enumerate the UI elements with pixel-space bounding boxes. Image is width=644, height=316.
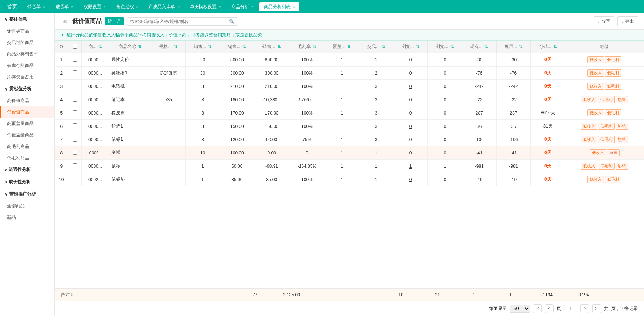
- first-page-btn[interactable]: |<: [533, 304, 542, 313]
- col-settings[interactable]: ⚙: [55, 41, 68, 53]
- cell-browse1[interactable]: 0: [393, 67, 428, 80]
- sidebar-item-new-products[interactable]: 新品: [0, 212, 54, 223]
- select-all-checkbox[interactable]: [73, 44, 77, 49]
- cell-browse1[interactable]: 0: [393, 133, 428, 146]
- search-input[interactable]: [130, 19, 229, 24]
- prev-page-btn[interactable]: <: [545, 304, 554, 313]
- nav-close-inbound[interactable]: ×: [177, 5, 180, 9]
- share-button[interactable]: ⤴ 分享: [594, 16, 614, 26]
- filter-tag-btn[interactable]: 近一月: [105, 17, 124, 25]
- sidebar-item-low-value[interactable]: 低价值商品: [0, 106, 54, 118]
- search-icon[interactable]: 🔍: [229, 19, 235, 24]
- nav-close-list[interactable]: ×: [293, 5, 295, 9]
- cell-checkbox[interactable]: [68, 120, 81, 133]
- nav-close-purchase[interactable]: ×: [71, 5, 73, 9]
- col-code[interactable]: 商... ⇅: [81, 41, 109, 53]
- col-browse2[interactable]: 浏览... ⇅: [428, 41, 462, 53]
- row-checkbox[interactable]: [73, 57, 77, 62]
- cell-browse1[interactable]: 0: [393, 53, 428, 67]
- col-tx[interactable]: 交易... ⇅: [359, 41, 393, 53]
- sidebar-item-sales-products[interactable]: 销售类商品: [0, 26, 54, 37]
- nav-close-roleauth[interactable]: ×: [136, 5, 138, 9]
- browse-link[interactable]: 0: [409, 84, 412, 89]
- nav-close-permission[interactable]: ×: [104, 5, 106, 9]
- sort-icon-price1[interactable]: ⇅: [242, 44, 246, 49]
- browse-link[interactable]: 0: [409, 111, 412, 116]
- row-checkbox[interactable]: [73, 70, 77, 75]
- cell-checkbox[interactable]: [68, 146, 81, 160]
- nav-template-setting[interactable]: 单据模板设置 ×: [185, 2, 225, 11]
- sort-icon-margin[interactable]: ⇅: [313, 44, 316, 49]
- col-name[interactable]: 商品名称 ⇅: [109, 41, 151, 53]
- sidebar-item-inventory-capital[interactable]: 库存资金占用: [0, 71, 54, 83]
- cell-checkbox[interactable]: [68, 53, 81, 67]
- sidebar-item-high-value[interactable]: 高价值商品: [0, 95, 54, 106]
- sidebar-item-traded-products[interactable]: 交易过的商品: [0, 37, 54, 48]
- cell-browse1[interactable]: 1: [393, 160, 428, 173]
- search-box[interactable]: 🔍: [127, 17, 238, 26]
- nav-close-analysis[interactable]: ×: [251, 5, 254, 9]
- sidebar-group-overall[interactable]: ∨ 整体信息: [0, 13, 54, 26]
- cell-browse1[interactable]: 0: [393, 120, 428, 133]
- col-sales-price2[interactable]: 销售... ⇅: [254, 41, 289, 53]
- browse-link[interactable]: 1: [409, 164, 412, 169]
- sidebar-item-low-coverage[interactable]: 低覆盖量商品: [0, 129, 54, 141]
- col-spec[interactable]: 规格... ⇅: [151, 41, 185, 53]
- sidebar-group-contribution[interactable]: ∨ 贡献值分析: [0, 83, 54, 95]
- sort-icon-stock[interactable]: ⇅: [484, 44, 488, 49]
- sort-icon-salable[interactable]: ⇅: [553, 44, 557, 49]
- sort-icon-browse2[interactable]: ⇅: [450, 44, 454, 49]
- col-stock[interactable]: 现有... ⇅: [462, 41, 496, 53]
- sidebar-group-circulation[interactable]: > 流通性分析: [0, 164, 54, 176]
- browse-link[interactable]: 0: [409, 137, 412, 142]
- sidebar-item-category-sales-rate[interactable]: 商品分类销售率: [0, 48, 54, 60]
- nav-product-inbound[interactable]: 产成品入库单 ×: [144, 2, 184, 11]
- sidebar-item-high-margin[interactable]: 高毛利商品: [0, 141, 54, 152]
- sort-icon-price2[interactable]: ⇅: [277, 44, 281, 49]
- cell-browse1[interactable]: 0: [393, 106, 428, 120]
- nav-analysis-list[interactable]: 商品分析列表 ×: [259, 2, 299, 11]
- next-page-btn[interactable]: >: [580, 304, 589, 313]
- nav-close-template[interactable]: ×: [219, 5, 221, 9]
- browse-link[interactable]: 0: [409, 97, 412, 102]
- export-button[interactable]: ↓ 导出: [617, 16, 638, 26]
- sort-icon-browse1[interactable]: ⇅: [416, 44, 420, 49]
- browse-link[interactable]: 0: [409, 57, 412, 62]
- nav-purchase-order[interactable]: 进货单 ×: [51, 2, 78, 11]
- nav-close-sales[interactable]: ×: [43, 5, 45, 9]
- browse-link[interactable]: 0: [409, 71, 412, 76]
- cell-browse1[interactable]: 0: [393, 173, 428, 186]
- nav-home[interactable]: 首页: [3, 2, 21, 11]
- row-checkbox[interactable]: [73, 177, 77, 181]
- row-checkbox[interactable]: [73, 150, 77, 155]
- cell-browse1[interactable]: 0: [393, 80, 428, 93]
- sidebar-group-marketing[interactable]: ∨ 营销推广分析: [0, 188, 54, 200]
- browse-link[interactable]: 0: [409, 124, 412, 129]
- sort-icon-coverage[interactable]: ⇅: [347, 44, 351, 49]
- sidebar-item-in-stock[interactable]: 有库存的商品: [0, 60, 54, 71]
- sort-icon-spec[interactable]: ⇅: [174, 44, 178, 49]
- cell-checkbox[interactable]: [68, 67, 81, 80]
- col-margin-rate[interactable]: 毛利率 ⇅: [289, 41, 325, 53]
- sidebar-item-all-products[interactable]: 全部商品: [0, 200, 54, 212]
- col-salable[interactable]: 可销... ⇅: [531, 41, 565, 53]
- sort-icon-name[interactable]: ⇅: [138, 44, 142, 49]
- col-avail[interactable]: 可用... ⇅: [496, 41, 531, 53]
- last-page-btn[interactable]: >|: [592, 304, 601, 313]
- col-browse1[interactable]: 浏览... ⇅: [393, 41, 428, 53]
- row-checkbox[interactable]: [73, 97, 77, 102]
- col-coverage[interactable]: 覆盖... ⇅: [325, 41, 359, 53]
- cell-browse1[interactable]: 0: [393, 146, 428, 160]
- nav-sales-order[interactable]: 销货单 ×: [23, 2, 50, 11]
- sidebar-item-high-coverage[interactable]: 高覆盖量商品: [0, 118, 54, 129]
- cell-browse1[interactable]: 0: [393, 93, 428, 106]
- table-wrapper[interactable]: ⚙ 商... ⇅ 商品名称 ⇅ 规格... ⇅ 销售... ⇅ 销售... ⇅ …: [55, 41, 644, 288]
- row-checkbox[interactable]: [73, 137, 77, 142]
- sort-icon-code[interactable]: ⇅: [98, 44, 102, 49]
- browse-link[interactable]: 0: [409, 150, 412, 156]
- current-page-input[interactable]: [564, 305, 577, 312]
- per-page-select[interactable]: 50 100 200: [510, 305, 530, 313]
- sidebar-collapse-btn[interactable]: ≪: [61, 17, 69, 26]
- cell-checkbox[interactable]: [68, 106, 81, 120]
- cell-checkbox[interactable]: [68, 173, 81, 186]
